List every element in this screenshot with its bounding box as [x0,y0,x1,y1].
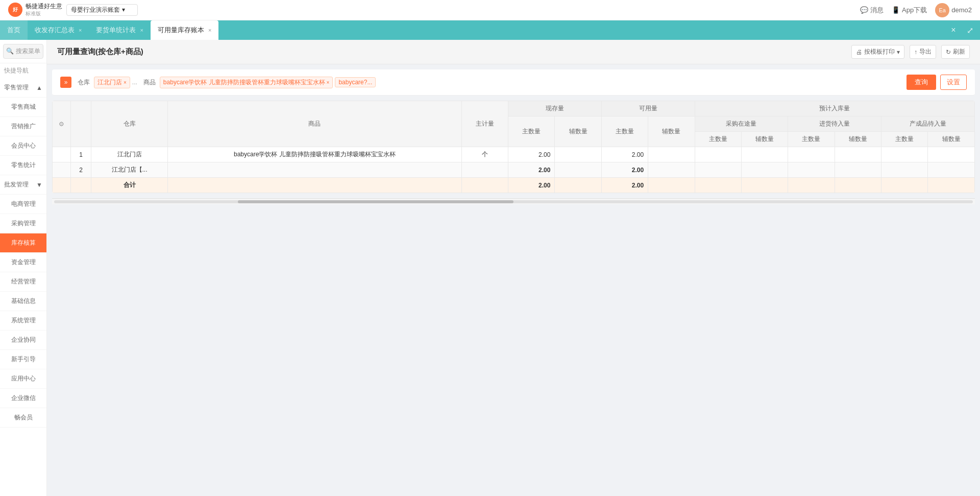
sidebar-item-inventory[interactable]: 库存核算 [0,233,46,253]
warehouse-tag-container: 江北门店 × ... [94,77,137,88]
sidebar-item-new-guide[interactable]: 新手引导 [0,350,46,369]
td-purchase-main-2 [695,162,741,178]
product-tag-p1-close[interactable]: × [327,80,330,85]
warehouse-filter-label: 仓库 [78,78,90,87]
print-label: 按模板打印 [864,48,895,56]
print-btn[interactable]: 🖨 按模板打印 ▾ [851,45,904,59]
avatar-initials: Ea [939,7,946,13]
warehouse-more-btn[interactable]: ... [132,79,137,86]
setting-btn[interactable]: 设置 [940,75,967,90]
sidebar-retail-mall-label: 零售商城 [11,103,36,111]
top-bar-left: 好 畅捷通好生意 标准版 母婴行业演示账套 ▾ [8,3,138,17]
tab-order-stats[interactable]: 要货单统计表 × [89,20,150,40]
nav-tabs-actions: × ⤢ [947,24,980,36]
tab-available-stock[interactable]: 可用量库存账本 × [151,20,218,40]
sidebar-retail-mgmt-arrow: ▲ [36,84,42,91]
product-tag-p1[interactable]: babycare学饮杯 儿童防摔防撞吸管杯重力球吸嘴杯宝宝水杯 × [160,77,333,88]
tf-index [71,178,91,193]
sidebar-item-member[interactable]: 会员中心 [0,136,46,156]
scrollbar-thumb[interactable] [238,200,513,203]
user-area[interactable]: Ea demo2 [935,3,972,17]
logo-text-area: 畅捷通好生意 标准版 [26,3,62,17]
tab-payment-summary-close[interactable]: × [79,27,82,33]
tab-order-stats-close[interactable]: × [140,27,143,33]
sidebar-item-ecommerce[interactable]: 电商管理 [0,195,46,214]
horizontal-scrollbar[interactable] [52,198,975,204]
table-settings-icon[interactable]: ⚙ [59,121,64,128]
sidebar-item-basic-info[interactable]: 基础信息 [0,292,46,311]
refresh-btn[interactable]: ↻ 刷新 [941,45,970,59]
th-arrival-group: 进货待入量 [788,116,881,132]
sidebar-item-system[interactable]: 系统管理 [0,311,46,330]
product-tag-container: babycare学饮杯 儿童防摔防撞吸管杯重力球吸嘴杯宝宝水杯 × babyca… [160,77,376,88]
th-available-main: 主数量 [601,116,648,147]
tab-home[interactable]: 首页 [0,20,28,40]
tf-purchase-main [695,178,741,193]
sidebar-item-purchase[interactable]: 采购管理 [0,214,46,233]
sidebar-item-marketing[interactable]: 营销推广 [0,117,46,136]
tab-payment-summary-label: 收发存汇总表 [35,26,75,35]
tf-settings [53,178,71,193]
download-label: App下载 [902,6,927,15]
sidebar-item-wholesale-mgmt[interactable]: 批发管理 ▼ [0,175,46,195]
td-product-2 [168,162,461,178]
query-btn[interactable]: 查询 [906,75,936,90]
sidebar-item-finance[interactable]: 资金管理 [0,253,46,272]
sidebar-system-label: 系统管理 [11,316,36,325]
table-row: 2 江北门店【... 2.00 2.00 [53,162,975,178]
sidebar-retail-stats-label: 零售统计 [11,161,36,170]
tab-available-stock-close[interactable]: × [208,27,211,33]
sidebar-retail-mgmt-label: 零售管理 [4,83,29,92]
sidebar-marketing-label: 营销推广 [11,122,36,131]
sidebar-basic-info-label: 基础信息 [11,297,36,305]
th-warehouse: 仓库 [91,101,168,147]
td-stock-main-2: 2.00 [508,162,554,178]
th-available-aux: 辅数量 [648,116,695,147]
app-download-btn[interactable]: 📱 App下载 [892,6,927,15]
message-btn[interactable]: 💬 消息 [860,6,884,15]
sidebar-item-app-center[interactable]: 应用中心 [0,369,46,389]
table-body: 1 江北门店 babycare学饮杯 儿童防摔防撞吸管杯重力球吸嘴杯宝宝水杯 个… [53,147,975,178]
expand-btn[interactable]: ⤢ [964,24,976,36]
export-btn[interactable]: ↑ 导出 [910,45,936,59]
tf-stock-main: 2.00 [508,178,554,193]
tenant-selector[interactable]: 母婴行业演示账套 ▾ [66,4,138,16]
warehouse-tag-close[interactable]: × [124,80,127,85]
sidebar-item-enterprise[interactable]: 企业协同 [0,330,46,350]
td-stock-aux-2 [555,162,601,178]
sidebar-enterprise-label: 企业协同 [11,336,36,344]
scrollbar-track [54,200,973,203]
product-tag-p2[interactable]: babycare?... [335,77,376,87]
sidebar-operations-label: 经营管理 [11,277,36,286]
sidebar-item-operations[interactable]: 经营管理 [0,272,46,292]
th-stock-main: 主数量 [508,116,554,147]
td-settings-1 [53,147,71,162]
sidebar-search-btn[interactable]: 🔍 搜索菜单 [3,44,43,59]
td-index-1: 1 [71,147,91,162]
tf-production-main [881,178,928,193]
th-arrival-main: 主数量 [788,132,835,147]
user-name: demo2 [951,6,972,14]
table-footer-row: 合计 2.00 2.00 [53,178,975,193]
filter-expand-btn[interactable]: » [60,77,71,88]
sidebar-item-retail-mall[interactable]: 零售商城 [0,98,46,117]
tf-arrival-main [788,178,835,193]
close-all-tabs-btn[interactable]: × [947,24,960,36]
sidebar-item-vip-member[interactable]: 畅会员 [0,408,46,428]
table-header-row-1: ⚙ 仓库 商品 主计量 现存量 可用量 预计入库量 [53,101,975,116]
refresh-icon: ↻ [946,49,951,56]
tf-arrival-aux [835,178,881,193]
sidebar-item-enterprise-wechat[interactable]: 企业微信 [0,389,46,408]
sidebar-item-retail-stats[interactable]: 零售统计 [0,156,46,175]
warehouse-tag-jiangbei[interactable]: 江北门店 × [94,77,130,88]
table-container: ⚙ 仓库 商品 主计量 现存量 可用量 预计入库量 主数量 辅数量 主数量 [52,101,975,193]
td-purchase-aux-2 [741,162,788,178]
sidebar-app-center-label: 应用中心 [11,374,36,383]
filter-area: » 仓库 江北门店 × ... 商品 babycare学饮杯 儿童防摔防撞吸管杯… [52,69,975,96]
product-filter-label: 商品 [143,78,156,87]
filter-expand-icon: » [64,79,68,86]
tab-payment-summary[interactable]: 收发存汇总表 × [28,20,89,40]
sidebar-item-retail-mgmt[interactable]: 零售管理 ▲ [0,78,46,98]
td-purchase-aux-1 [741,147,788,162]
th-product: 商品 [168,101,461,147]
